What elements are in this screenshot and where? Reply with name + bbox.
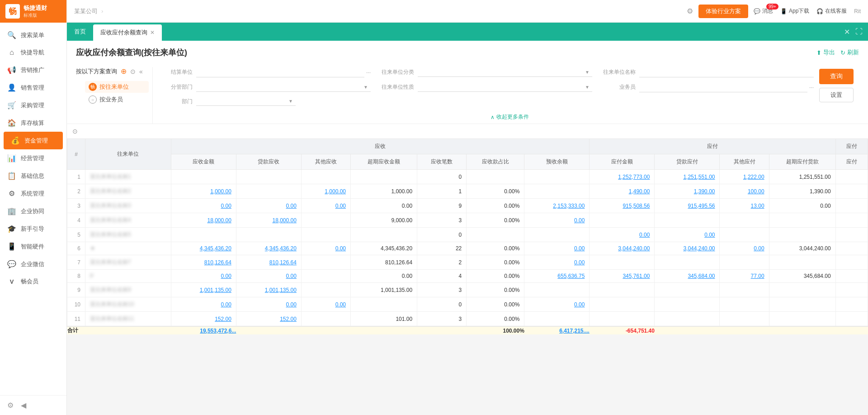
table-cell[interactable]: 13.00: [720, 199, 769, 213]
sidebar-item-hardware[interactable]: 📱 智能硬件: [0, 238, 66, 255]
footer-ar-amount[interactable]: 19,553,472,6...: [171, 326, 236, 334]
table-cell[interactable]: 0.00: [171, 199, 236, 213]
sidebar-item-guide[interactable]: 🎓 新手引导: [0, 220, 66, 238]
collapse-bar[interactable]: ∧ 收起更多条件: [160, 110, 859, 124]
table-cell: [769, 312, 835, 327]
table-cell[interactable]: 0.00: [301, 199, 350, 213]
table-cell[interactable]: 345,761.00: [590, 270, 655, 283]
filter-setting-icon[interactable]: ⊙: [130, 68, 136, 75]
table-cell[interactable]: 4,345,436.20: [236, 242, 301, 255]
partner-name-input[interactable]: [639, 67, 814, 77]
table-cell[interactable]: 1,000.00: [171, 184, 236, 199]
scheme-item-by-partner[interactable]: 畅 按往来单位: [85, 81, 149, 93]
trial-button[interactable]: 体验行业方案: [698, 5, 748, 18]
sidebar-item-sales[interactable]: 👤 销售管理: [0, 79, 66, 96]
tab-close-icon[interactable]: ✕: [150, 29, 155, 36]
partner-nature-select[interactable]: ▼: [418, 83, 592, 92]
sidebar-collapse-icon[interactable]: ◀: [21, 401, 26, 410]
table-cell[interactable]: 915,495.56: [655, 199, 720, 213]
table-cell[interactable]: 1,390.00: [655, 184, 720, 199]
table-cell[interactable]: 1,001,135.00: [236, 283, 301, 297]
table-cell[interactable]: 152.00: [236, 312, 301, 327]
table-cell[interactable]: 3,044,240.00: [590, 242, 655, 255]
sidebar-item-search[interactable]: 🔍 搜索菜单: [0, 26, 66, 44]
sidebar-item-basic[interactable]: 📋 基础信息: [0, 167, 66, 185]
table-cell[interactable]: 2,153,333.00: [524, 199, 590, 213]
filter-collapse-icon[interactable]: «: [139, 68, 143, 75]
table-cell[interactable]: 1,000.00: [301, 184, 350, 199]
messages-button[interactable]: 💬 消息 99+: [754, 7, 773, 15]
sidebar-gear-icon[interactable]: ⚙: [7, 401, 14, 410]
table-cell[interactable]: 3,044,240.00: [655, 242, 720, 255]
dept-select[interactable]: ▼: [196, 83, 371, 92]
export-button[interactable]: ⬆ 导出: [816, 48, 835, 57]
settlement-dots-icon[interactable]: ···: [366, 69, 371, 76]
table-cell[interactable]: 18,000.00: [171, 213, 236, 228]
sidebar-item-system[interactable]: ⚙ 系统管理: [0, 185, 66, 202]
table-cell[interactable]: 0.00: [524, 297, 590, 312]
sidebar-item-finance[interactable]: 💰 资金管理: [4, 132, 63, 149]
table-cell[interactable]: 655,636.75: [524, 270, 590, 283]
sidebar-item-label: 智能硬件: [21, 243, 44, 251]
table-cell[interactable]: 152.00: [171, 312, 236, 327]
sidebar-item-quicknav[interactable]: ⌂ 快捷导航: [0, 44, 66, 61]
partner-category-select[interactable]: ▼: [418, 68, 592, 77]
query-button[interactable]: 查询: [819, 69, 854, 84]
set-button[interactable]: 设置: [819, 88, 854, 102]
table-cell[interactable]: 4,345,436.20: [171, 242, 236, 255]
table-cell[interactable]: 0.00: [236, 270, 301, 283]
salesman-dots-icon[interactable]: ···: [809, 84, 814, 91]
header-gear-icon[interactable]: ⚙: [687, 7, 693, 15]
sidebar-item-marketing[interactable]: 📢 营销推广: [0, 61, 66, 79]
sidebar-item-purchase[interactable]: 🛒 采购管理: [0, 96, 66, 114]
table-cell[interactable]: 0.00: [590, 228, 655, 242]
tab-home[interactable]: 首页: [67, 23, 93, 41]
tabbar-expand-icon[interactable]: ⛶: [855, 28, 863, 36]
user-name[interactable]: Rit: [854, 8, 861, 14]
settlement-unit-input[interactable]: [196, 67, 364, 77]
table-cell[interactable]: 0.00: [236, 297, 301, 312]
tab-arbalance[interactable]: 应收应付余额查询 ✕: [93, 24, 162, 41]
table-cell: [351, 228, 417, 242]
table-cell[interactable]: 915,508.56: [590, 199, 655, 213]
table-cell[interactable]: 77.00: [720, 270, 769, 283]
refresh-button[interactable]: ↻ 刷新: [840, 48, 859, 57]
table-cell[interactable]: 0.00: [301, 242, 350, 255]
table-cell[interactable]: 0.00: [524, 255, 590, 270]
filter-add-button[interactable]: ⊕: [121, 67, 127, 76]
settlement-unit-label: 结算单位: [160, 68, 196, 76]
table-settings-icon[interactable]: ⊙: [72, 128, 78, 135]
online-service-button[interactable]: 🎧 在线客服: [816, 7, 847, 15]
sidebar-item-wechat[interactable]: 💬 企业微信: [0, 255, 66, 273]
table-cell[interactable]: 0.00: [171, 297, 236, 312]
table-cell[interactable]: 1,490.00: [590, 184, 655, 199]
scheme-item-by-salesman[interactable]: ○ 按业务员: [85, 94, 149, 105]
table-cell[interactable]: 0.00: [720, 242, 769, 255]
table-cell[interactable]: 1,222.00: [720, 170, 769, 184]
table-cell[interactable]: 0.00: [236, 199, 301, 213]
table-cell[interactable]: 100.00: [720, 184, 769, 199]
table-cell[interactable]: 1,251,551.00: [655, 170, 720, 184]
sidebar-item-inventory[interactable]: 🏠 库存核算: [0, 114, 66, 132]
table-cell[interactable]: 345,684.00: [655, 270, 720, 283]
table-cell[interactable]: 0.00: [171, 270, 236, 283]
table-cell: [467, 170, 524, 184]
tabbar-close-icon[interactable]: ✕: [844, 28, 850, 36]
salesman-input[interactable]: [639, 82, 807, 92]
partner-name-cell: P: [85, 270, 171, 283]
sidebar-item-member[interactable]: V 畅会员: [0, 273, 66, 290]
sidebar-item-operations[interactable]: 📊 经营管理: [0, 149, 66, 167]
app-download-button[interactable]: 📱 App下载: [780, 7, 809, 15]
table-cell[interactable]: 810,126.64: [171, 255, 236, 270]
table-cell[interactable]: 1,001,135.00: [171, 283, 236, 297]
table-cell[interactable]: 0.00: [301, 297, 350, 312]
sidebar-item-enterprise[interactable]: 🏢 企业协同: [0, 202, 66, 220]
table-cell[interactable]: 18,000.00: [236, 213, 301, 228]
table-cell[interactable]: 1,252,773.00: [590, 170, 655, 184]
table-cell[interactable]: 0.00: [655, 228, 720, 242]
table-cell[interactable]: 810,126.64: [236, 255, 301, 270]
table-cell[interactable]: 0.00: [524, 242, 590, 255]
table-cell[interactable]: 0.00: [524, 213, 590, 228]
footer-ar-prepay[interactable]: 6,417,215....: [524, 326, 590, 334]
department-select[interactable]: ▼: [196, 97, 296, 106]
